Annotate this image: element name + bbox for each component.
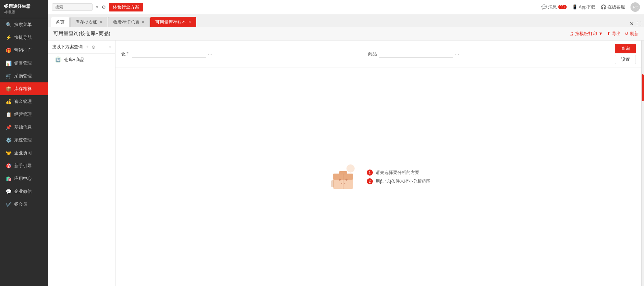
tip-text-2: 用[过滤]条件来缩小分析范围 <box>376 178 431 184</box>
chart-icon: 📊 <box>5 60 11 66</box>
sidebar-item-label: 资金管理 <box>14 99 32 105</box>
headset-icon: 🎧 <box>601 4 606 9</box>
product-more-icon[interactable]: ··· <box>455 51 459 57</box>
empty-tips: 1 请先选择要分析的方案 2 用[过滤]条件来缩小分析范围 <box>367 170 431 184</box>
manage-schema-icon[interactable]: ⊙ <box>92 44 96 50</box>
schema-item-warehouse-product[interactable]: 🔄 仓库+商品 <box>48 54 115 66</box>
sidebar: 畅康通好生意 标准版 🔍 搜索菜单 ⚡ 快捷导航 🎁 营销推广 📊 销售管理 🛒… <box>0 0 48 286</box>
sidebar-item-label: 企业微信 <box>14 188 32 194</box>
sidebar-item-app-center[interactable]: 🛍️ 应用中心 <box>0 172 48 185</box>
svg-point-6 <box>339 179 341 181</box>
mobile-icon: 📱 <box>572 4 577 9</box>
sidebar-item-label: 畅会员 <box>14 201 27 207</box>
online-service-button[interactable]: 🎧 在线客服 <box>601 4 625 10</box>
message-label: 消息 <box>548 4 557 10</box>
refresh-button[interactable]: ↺ 刷新 <box>625 31 639 37</box>
sidebar-item-label: 企业协同 <box>14 150 32 156</box>
empty-tip-1: 1 请先选择要分析的方案 <box>367 170 431 176</box>
sidebar-item-enterprise[interactable]: 🤝 企业协同 <box>0 147 48 159</box>
print-dropdown-icon[interactable]: ▼ <box>598 31 603 36</box>
online-service-label: 在线客服 <box>608 4 625 10</box>
sidebar-item-sales[interactable]: 📊 销售管理 <box>0 57 48 70</box>
handshake-icon: 🤝 <box>5 150 11 156</box>
tab-label: 首页 <box>56 19 65 25</box>
sidebar-scroll: 🔍 搜索菜单 ⚡ 快捷导航 🎁 营销推广 📊 销售管理 🛒 采购管理 📦 库存核… <box>0 18 48 286</box>
sidebar-item-member[interactable]: ✔️ 畅会员 <box>0 198 48 211</box>
right-scrollbar[interactable] <box>641 41 644 286</box>
gear-icon: ⚙️ <box>5 137 11 143</box>
schema-item-label: 仓库+商品 <box>64 57 84 63</box>
main-area: ▼ ⚙ 体验行业方案 💬 消息 99+ 📱 App下载 🎧 在线客服 Rit <box>48 0 644 286</box>
product-label: 商品 <box>368 51 377 57</box>
avatar[interactable]: Rit <box>630 2 640 12</box>
export-button[interactable]: ⬆ 导出 <box>607 31 621 37</box>
content-header: 可用量查询(按仓库+商品) 🖨 按模板打印 ▼ ⬆ 导出 ↺ 刷新 <box>48 27 644 41</box>
topbar-right: 💬 消息 99+ 📱 App下载 🎧 在线客服 Rit <box>541 2 640 12</box>
settings-icon[interactable]: ⚙ <box>102 4 106 10</box>
version-label: 标准版 <box>4 9 44 15</box>
sidebar-item-inventory[interactable]: 📦 库存核算 <box>0 82 48 95</box>
sidebar-item-operation[interactable]: 📋 经营管理 <box>0 108 48 121</box>
tab-batch-account[interactable]: 库存批次账 ✕ <box>70 17 107 27</box>
sidebar-item-system[interactable]: ⚙️ 系统管理 <box>0 134 48 147</box>
print-icon: 🖨 <box>569 31 574 36</box>
tab-close-icon[interactable]: ✕ <box>99 20 102 24</box>
right-panel: 仓库 ··· 商品 ··· 查询 设置 <box>115 41 641 286</box>
avatar-text: Rit <box>633 5 637 9</box>
print-label: 按模板打印 <box>575 31 597 37</box>
expand-icon[interactable]: ⛶ <box>637 21 641 27</box>
close-all-tabs-icon[interactable]: ✕ <box>629 21 634 27</box>
left-panel-title: 按以下方案查询 <box>52 44 83 50</box>
tabs-bar: 首页 库存批次账 ✕ 收发存汇总表 ✕ 可用量库存账本 ✕ ✕ ⛶ <box>48 14 644 27</box>
left-panel: 按以下方案查询 ＋ ⊙ « 🔄 仓库+商品 <box>48 41 115 286</box>
tab-home[interactable]: 首页 <box>51 17 70 27</box>
topbar-search-input[interactable] <box>52 3 93 11</box>
filter-settings-button[interactable]: 设置 <box>615 55 636 64</box>
add-schema-icon[interactable]: ＋ <box>85 44 89 50</box>
print-button[interactable]: 🖨 按模板打印 ▼ <box>569 31 603 37</box>
tab-close-icon[interactable]: ✕ <box>141 20 145 24</box>
sidebar-item-quick-nav[interactable]: ⚡ 快捷导航 <box>0 31 48 44</box>
message-button[interactable]: 💬 消息 99+ <box>541 4 567 10</box>
query-button[interactable]: 查询 <box>615 44 636 53</box>
empty-state: 1 请先选择要分析的方案 2 用[过滤]条件来缩小分析范围 <box>115 68 641 286</box>
svg-rect-5 <box>331 180 334 187</box>
tip-text-1: 请先选择要分析的方案 <box>376 170 419 176</box>
refresh-icon: ↺ <box>625 31 628 36</box>
tab-summary-table[interactable]: 收发存汇总表 ✕ <box>108 17 150 27</box>
solution-button[interactable]: 体验行业方案 <box>109 3 143 11</box>
sidebar-item-fund[interactable]: 💰 资金管理 <box>0 95 48 108</box>
product-input[interactable] <box>379 50 453 58</box>
tab-close-icon[interactable]: ✕ <box>188 20 191 24</box>
export-label: 导出 <box>612 31 621 37</box>
sidebar-item-purchase[interactable]: 🛒 采购管理 <box>0 70 48 82</box>
sidebar-logo: 畅康通好生意 标准版 <box>0 0 48 18</box>
sidebar-item-label: 采购管理 <box>14 73 32 79</box>
box-icon: 📦 <box>5 86 11 92</box>
sidebar-item-search[interactable]: 🔍 搜索菜单 <box>0 18 48 31</box>
dropdown-chevron-icon[interactable]: ▼ <box>95 5 99 9</box>
money-icon: 💰 <box>5 99 11 104</box>
collapse-panel-icon[interactable]: « <box>109 45 111 50</box>
tab-available-qty[interactable]: 可用量库存账本 ✕ <box>150 17 196 27</box>
sidebar-item-basic-info[interactable]: 📌 基础信息 <box>0 121 48 134</box>
tab-label: 可用量库存账本 <box>155 19 186 25</box>
sidebar-item-label: 新手引导 <box>14 163 32 169</box>
scrollbar-thumb <box>642 74 644 101</box>
sidebar-item-label: 应用中心 <box>14 176 32 182</box>
content-header-actions: 🖨 按模板打印 ▼ ⬆ 导出 ↺ 刷新 <box>569 31 639 37</box>
cart-icon: 🛒 <box>5 73 11 79</box>
warehouse-input[interactable] <box>132 50 206 58</box>
gift-icon: 🎁 <box>5 48 11 53</box>
app-download-button[interactable]: 📱 App下载 <box>572 4 595 10</box>
app-download-label: App下载 <box>579 4 595 10</box>
warehouse-more-icon[interactable]: ··· <box>208 51 212 57</box>
lightning-icon: ⚡ <box>5 35 11 40</box>
tabs-bar-right: ✕ ⛶ <box>627 21 644 27</box>
sidebar-item-wechat[interactable]: 💬 企业微信 <box>0 185 48 198</box>
filter-actions: 查询 设置 <box>615 44 636 64</box>
refresh-label: 刷新 <box>630 31 639 37</box>
search-icon: 🔍 <box>5 22 11 27</box>
sidebar-item-marketing[interactable]: 🎁 营销推广 <box>0 44 48 57</box>
sidebar-item-guide[interactable]: 🎯 新手引导 <box>0 159 48 172</box>
